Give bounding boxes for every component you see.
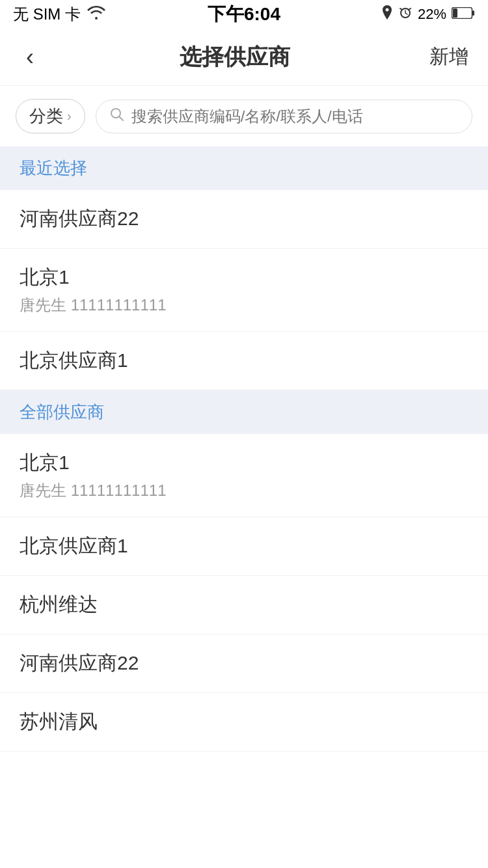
supplier-contact: 唐先生 11111111111	[20, 295, 468, 316]
supplier-name: 北京供应商1	[20, 347, 468, 374]
supplier-name: 苏州清风	[20, 709, 468, 735]
list-item[interactable]: 北京供应商1	[0, 332, 488, 390]
status-bar: 无 SIM 卡 下午6:04 22%	[0, 0, 488, 29]
back-button[interactable]: ‹	[20, 37, 40, 77]
supplier-name: 河南供应商22	[20, 650, 468, 677]
list-item[interactable]: 北京供应商1	[0, 517, 488, 576]
add-button[interactable]: 新增	[429, 44, 468, 70]
search-box[interactable]	[96, 100, 472, 133]
list-item[interactable]: 北京1唐先生 11111111111	[0, 249, 488, 332]
supplier-name: 北京1	[20, 264, 468, 291]
supplier-contact: 唐先生 11111111111	[20, 480, 468, 501]
supplier-name: 杭州维达	[20, 591, 468, 618]
supplier-name: 河南供应商22	[20, 206, 468, 232]
svg-rect-3	[472, 10, 474, 16]
alarm-icon	[398, 5, 413, 23]
recent-list: 河南供应商22北京1唐先生 11111111111北京供应商1	[0, 190, 488, 390]
battery-label: 22%	[418, 6, 446, 23]
search-icon	[109, 107, 125, 126]
category-label: 分类	[29, 105, 63, 128]
search-input[interactable]	[131, 107, 459, 126]
list-item[interactable]: 北京1唐先生 11111111111	[0, 434, 488, 517]
nav-bar: ‹ 选择供应商 新增	[0, 29, 488, 86]
chevron-right-icon: ›	[67, 109, 72, 124]
status-left: 无 SIM 卡	[13, 4, 105, 25]
carrier-label: 无 SIM 卡	[13, 4, 81, 25]
category-filter[interactable]: 分类 ›	[16, 99, 85, 133]
recent-section-header: 最近选择	[0, 146, 488, 190]
list-item[interactable]: 苏州清风	[0, 693, 488, 752]
supplier-name: 北京1	[20, 450, 468, 476]
list-item[interactable]: 河南供应商22	[0, 190, 488, 249]
svg-rect-2	[453, 8, 457, 18]
all-section-header: 全部供应商	[0, 390, 488, 434]
list-item[interactable]: 河南供应商22	[0, 634, 488, 693]
location-icon	[381, 5, 393, 23]
recent-section-label: 最近选择	[20, 158, 87, 178]
list-item[interactable]: 杭州维达	[0, 576, 488, 634]
wifi-icon	[87, 5, 105, 23]
filter-area: 分类 ›	[0, 86, 488, 146]
page-title: 选择供应商	[180, 42, 290, 72]
status-right: 22%	[381, 5, 475, 23]
all-list: 北京1唐先生 11111111111北京供应商1杭州维达河南供应商22苏州清风	[0, 434, 488, 752]
supplier-name: 北京供应商1	[20, 533, 468, 560]
battery-icon	[452, 6, 475, 23]
status-time: 下午6:04	[208, 2, 280, 27]
all-section-label: 全部供应商	[20, 402, 104, 422]
